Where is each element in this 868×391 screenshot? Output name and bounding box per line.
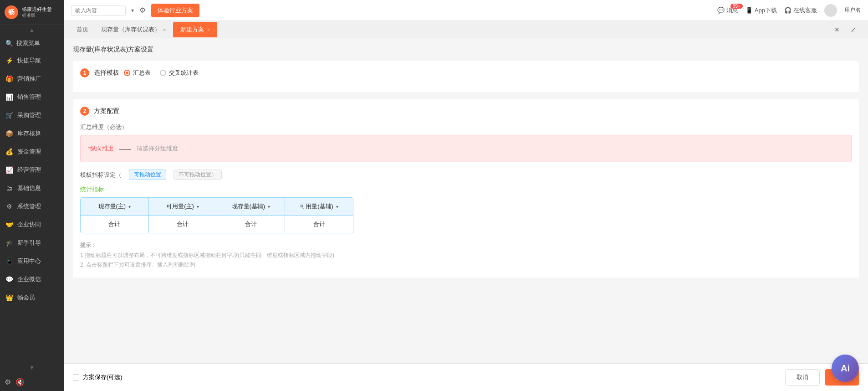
sound-footer-icon[interactable]: 🔇	[15, 378, 25, 386]
sidebar-item-label: 快捷导航	[17, 57, 41, 65]
step1-num: 1	[80, 68, 89, 77]
save-checkbox-label: 方案保存(可选)	[83, 373, 123, 381]
step2-section: 2 方案配置 汇总维度（必选） *纵向维度 —— 请选择分组维度 模板指标设定（…	[73, 99, 859, 278]
avatar[interactable]	[824, 4, 837, 17]
dim-required-mark: *纵向维度	[88, 144, 114, 153]
tab-new-scheme-close[interactable]: ×	[207, 27, 209, 32]
bottom-bar: 方案保存(可选) 取消 查询	[64, 363, 868, 391]
sidebar-scroll-up[interactable]: ▲	[0, 25, 64, 35]
sidebar-item-sys-mgmt[interactable]: ⚙ 系统管理	[0, 197, 64, 216]
stats-col-3-chevron[interactable]: ▾	[268, 204, 270, 209]
sidebar-item-label: 经营管理	[17, 166, 41, 174]
dim-section-label: 汇总维度（必选）	[80, 123, 852, 131]
service-label: 在线客服	[793, 6, 817, 15]
ai-bubble[interactable]: Ai	[832, 355, 859, 382]
sys-icon: ⚙	[5, 202, 14, 211]
tab-inventory-status[interactable]: 现存量（库存状况表） ×	[94, 22, 173, 37]
topbar-right: 💬 消息 99+ 📱 App下载 🎧 在线客服 用户名	[717, 4, 861, 17]
sidebar-item-quick-nav[interactable]: ⚡ 快捷导航	[0, 51, 64, 70]
sidebar-item-enterprise[interactable]: 🤝 企业协同	[0, 216, 64, 234]
username-label[interactable]: 用户名	[844, 6, 861, 14]
inventory-icon: 📦	[5, 129, 14, 138]
purchase-icon: 🛒	[5, 111, 14, 120]
basic-info-icon: 🗂	[5, 184, 14, 193]
sidebar-item-basic-info[interactable]: 🗂 基础信息	[0, 179, 64, 197]
stats-col-1[interactable]: 现存量(主) ▾	[81, 198, 149, 215]
enterprise-icon: 🤝	[5, 220, 14, 229]
stats-col-4-chevron[interactable]: ▾	[336, 204, 338, 209]
app-download-icon: 📱	[745, 7, 753, 14]
topbar-dropdown-icon[interactable]: ▾	[131, 7, 134, 14]
step1-label: 选择模板	[94, 69, 119, 77]
save-checkbox[interactable]: 方案保存(可选)	[73, 373, 123, 381]
tips-area: 提示： 1.拖动标题栏可以调整布局，不可跨维度或指标区域拖动栏目字段(只能在同一…	[80, 241, 852, 270]
cancel-button[interactable]: 取消	[785, 369, 820, 386]
operations-icon: 📈	[5, 165, 14, 175]
sidebar-item-label: 畅会员	[17, 293, 35, 302]
stats-col-2[interactable]: 可用量(主) ▾	[149, 198, 217, 215]
sidebar-item-label: 营销推广	[17, 75, 41, 83]
window-close-btn[interactable]: ✕	[830, 22, 844, 37]
sidebar-scroll-down[interactable]: ▼	[0, 363, 64, 373]
settings-footer-icon[interactable]: ⚙	[5, 378, 11, 386]
indicator-settings: 模板指标设定（ 可拖动位置 不可拖动位置）	[80, 170, 852, 180]
sidebar-item-app-center[interactable]: 📱 应用中心	[0, 252, 64, 270]
sidebar-item-label: 企业微信	[17, 275, 41, 283]
dim-box[interactable]: *纵向维度 —— 请选择分组维度	[80, 135, 852, 162]
tips-title: 提示：	[80, 242, 97, 248]
step2-label: 方案配置	[94, 107, 119, 115]
wechat-icon: 💬	[5, 275, 14, 284]
brand-icon: 畅	[5, 5, 18, 19]
stats-table-header: 现存量(主) ▾ 可用量(主) ▾ 现存量(基辅) ▾ 可用量(基辅) ▾	[81, 198, 353, 215]
stats-col-2-chevron[interactable]: ▾	[197, 204, 199, 209]
stats-col-4[interactable]: 可用量(基辅) ▾	[285, 198, 353, 215]
msg-badge: 99+	[730, 4, 743, 9]
sidebar-item-marketing[interactable]: 🎁 营销推广	[0, 70, 64, 88]
sidebar-item-purchase[interactable]: 🛒 采购管理	[0, 106, 64, 124]
sidebar-footer: ⚙ 🔇	[0, 373, 64, 391]
msg-icon: 💬	[717, 7, 725, 14]
service-icon: 🎧	[784, 7, 791, 14]
trial-btn[interactable]: 体验行业方案	[151, 4, 199, 17]
sidebar-item-sales[interactable]: 📊 销售管理	[0, 88, 64, 106]
finance-icon: 💰	[5, 147, 14, 156]
topbar-app-download[interactable]: 📱 App下载	[745, 6, 777, 15]
window-maximize-btn[interactable]: ⤢	[846, 22, 861, 37]
stats-col-1-chevron[interactable]: ▾	[128, 204, 131, 209]
stats-cell-4: 合计	[285, 216, 353, 233]
stats-table: 现存量(主) ▾ 可用量(主) ▾ 现存量(基辅) ▾ 可用量(基辅) ▾	[80, 197, 353, 233]
sidebar-brand: 畅 畅康通好生意 标准版	[0, 0, 64, 25]
stats-col-4-label: 可用量(基辅)	[300, 202, 333, 211]
guide-icon: 🎓	[5, 238, 14, 247]
tips-item2: 2. 点击标题栏下拉可设置排序、插入列和删除列	[80, 260, 852, 270]
topbar-service[interactable]: 🎧 在线客服	[784, 6, 817, 15]
radio-cross[interactable]: 交叉统计表	[160, 69, 199, 77]
step1-header: 1 选择模板 汇总表 交叉统计表	[80, 68, 852, 77]
sidebar-item-wechat[interactable]: 💬 企业微信	[0, 270, 64, 288]
main-area: ▾ ⚙ 体验行业方案 💬 消息 99+ 📱 App下载 🎧 在线客服 用户名 首…	[64, 0, 868, 391]
step2-header: 2 方案配置	[80, 107, 852, 116]
save-checkbox-box[interactable]	[73, 374, 79, 381]
member-icon: 👑	[5, 293, 14, 302]
stats-col-3[interactable]: 现存量(基辅) ▾	[217, 198, 286, 215]
marketing-icon: 🎁	[5, 74, 14, 83]
sidebar-item-search-menu[interactable]: 🔍 搜索菜单	[0, 35, 64, 51]
sidebar-item-label: 新手引导	[17, 239, 41, 247]
sidebar-item-operations[interactable]: 📈 经营管理	[0, 161, 64, 179]
tab-home[interactable]: 首页	[71, 22, 94, 37]
sidebar-item-guide[interactable]: 🎓 新手引导	[0, 234, 64, 252]
sidebar-item-label: 销售管理	[17, 93, 41, 101]
quick-nav-icon: ⚡	[5, 56, 14, 65]
radio-summary-label: 汇总表	[133, 69, 151, 77]
tab-new-scheme[interactable]: 新建方案 ×	[173, 22, 217, 37]
dim-placeholder: 请选择分组维度	[137, 144, 178, 153]
dim-line: ——	[119, 145, 131, 152]
sidebar-item-finance[interactable]: 💰 资金管理	[0, 143, 64, 161]
sidebar-item-member[interactable]: 👑 畅会员	[0, 288, 64, 307]
sidebar-item-inventory[interactable]: 📦 库存核算	[0, 124, 64, 143]
topbar-msg[interactable]: 💬 消息 99+	[717, 6, 738, 15]
radio-summary[interactable]: 汇总表	[124, 69, 151, 77]
tab-inventory-status-close[interactable]: ×	[163, 27, 166, 32]
topbar-search-input[interactable]	[71, 5, 126, 16]
topbar-gear-icon[interactable]: ⚙	[139, 6, 146, 15]
